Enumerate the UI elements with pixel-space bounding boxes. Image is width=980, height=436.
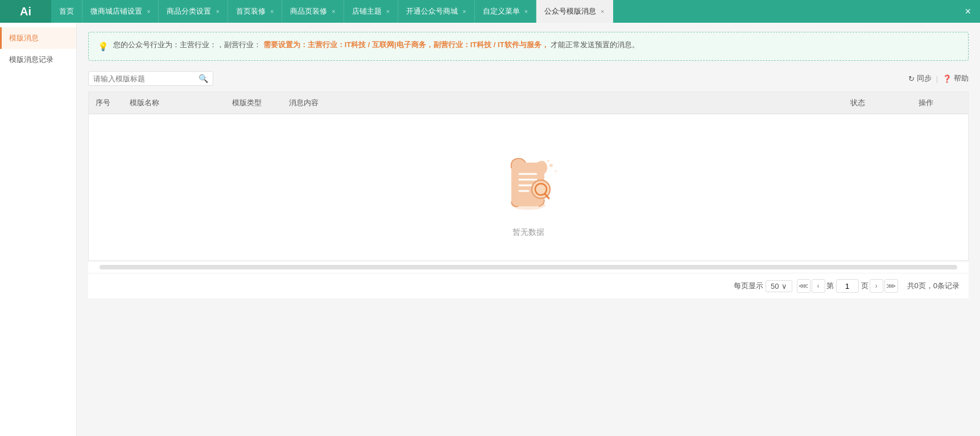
sync-icon: ↻ [908,74,915,83]
nav-tab-custom-menu[interactable]: 自定义菜单× [475,0,536,23]
col-header-name: 模版名称 [123,92,225,114]
main-layout: 模版消息模版消息记录 💡 您的公众号行业为：主营行业：，副营行业： 需要设置为：… [0,23,980,436]
first-page-button[interactable]: ⋘ [797,279,811,293]
close-tab-template-msg[interactable]: × [601,8,604,15]
empty-row: 暂无数据 [89,114,969,261]
top-nav: Ai 首页微商城店铺设置×商品分类设置×首页装修×商品页装修×店铺主题×开通公众… [0,0,980,23]
page-label-before: 第 [826,281,834,291]
svg-point-9 [555,170,557,172]
close-tab-product-decoration[interactable]: × [332,8,335,15]
page-number-input[interactable] [836,279,859,293]
prev-page-button[interactable]: ‹ [812,279,825,293]
pagination-row: 每页显示 50 ∨ ⋘ ‹ 第 页 › ⋙ 共0页，0条记录 [88,273,969,298]
col-header-type: 模版类型 [225,92,282,114]
sidebar: 模版消息模版消息记录 [0,23,77,436]
next-page-button[interactable]: › [870,279,883,293]
page-size-select: 每页显示 50 ∨ [734,280,792,292]
notice-icon: 💡 [98,40,109,53]
nav-tab-shop-theme[interactable]: 店铺主题× [344,0,398,23]
horizontal-scrollbar[interactable] [100,265,957,269]
col-header-action: 操作 [912,92,969,114]
page-label-after: 页 [861,281,869,291]
brand-logo: Ai [0,0,51,23]
notice-text: 您的公众号行业为：主营行业：，副营行业： 需要设置为：主营行业：IT科技 / 互… [113,39,639,51]
close-tab-category-settings[interactable]: × [216,8,219,15]
close-tab-shop-settings[interactable]: × [147,8,150,15]
col-header-status: 状态 [843,92,912,114]
svg-point-10 [547,160,549,162]
col-header-seq: 序号 [89,92,123,114]
sync-button[interactable]: ↻ 同步 [908,73,932,84]
page-input-area: 第 页 [826,279,869,293]
toolbar-divider: | [936,74,938,83]
sidebar-item-template-message-record[interactable]: 模版消息记录 [0,49,76,70]
toolbar-row: 🔍 ↻ 同步 | ❓ 帮助 [88,71,969,86]
toolbar-right: ↻ 同步 | ❓ 帮助 [908,73,969,84]
close-tab-home-decoration[interactable]: × [270,8,274,15]
nav-tab-open-mall[interactable]: 开通公众号商城× [398,0,474,23]
help-icon: ❓ [942,74,952,83]
content-area: 💡 您的公众号行业为：主营行业：，副营行业： 需要设置为：主营行业：IT科技 /… [77,23,980,436]
data-table: 序号 模版名称 模版类型 消息内容 状态 操作 [88,92,969,261]
search-icon: 🔍 [199,74,208,83]
close-tab-shop-theme[interactable]: × [386,8,390,15]
page-size-dropdown[interactable]: 50 ∨ [766,280,792,292]
last-page-button[interactable]: ⋙ [884,279,898,293]
nav-tab-product-decoration[interactable]: 商品页装修× [282,0,344,23]
sidebar-item-template-message[interactable]: 模版消息 [0,27,76,49]
empty-illustration [494,148,563,217]
empty-text: 暂无数据 [100,227,957,238]
svg-point-8 [549,164,553,167]
nav-tab-template-msg[interactable]: 公众号模版消息× [536,0,613,23]
total-info: 共0页，0条记录 [907,281,960,291]
nav-tab-shop-settings[interactable]: 微商城店铺设置× [82,0,159,23]
nav-tab-home-decoration[interactable]: 首页装修× [228,0,282,23]
scrollbar-row [88,261,969,273]
search-input[interactable] [93,74,199,83]
close-tab-open-mall[interactable]: × [462,8,466,15]
col-header-content: 消息内容 [282,92,843,114]
per-page-label: 每页显示 [734,281,763,291]
close-all-tabs-button[interactable]: × [956,0,980,23]
help-button[interactable]: ❓ 帮助 [942,73,969,84]
close-tab-custom-menu[interactable]: × [524,8,528,15]
notice-box: 💡 您的公众号行业为：主营行业：，副营行业： 需要设置为：主营行业：IT科技 /… [88,32,969,61]
nav-tab-home[interactable]: 首页 [51,0,82,23]
nav-tab-category-settings[interactable]: 商品分类设置× [159,0,228,23]
empty-state: 暂无数据 [89,114,968,260]
page-navigation: ⋘ ‹ 第 页 › ⋙ [797,279,898,293]
search-button[interactable]: 🔍 [199,74,208,83]
search-box: 🔍 [88,71,213,86]
chevron-down-icon: ∨ [781,282,787,290]
table-header-row: 序号 模版名称 模版类型 消息内容 状态 操作 [89,92,969,114]
nav-tabs: 首页微商城店铺设置×商品分类设置×首页装修×商品页装修×店铺主题×开通公众号商城… [51,0,956,23]
